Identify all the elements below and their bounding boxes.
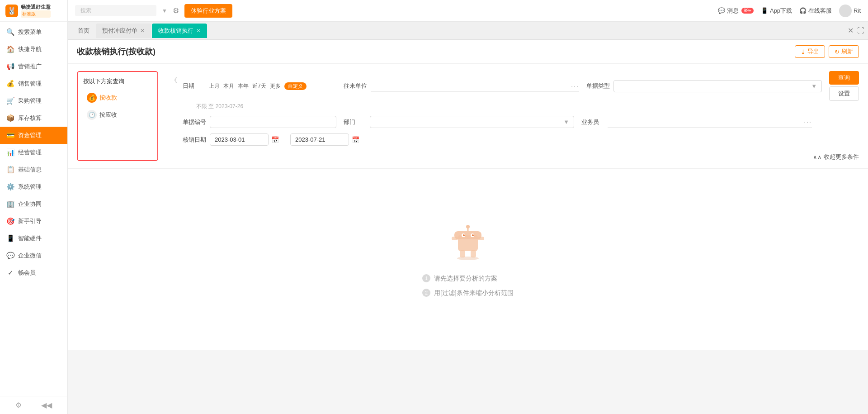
verify-date-to-input[interactable] bbox=[290, 133, 349, 146]
sidebar-item-purchase[interactable]: 🛒 采购管理 bbox=[0, 92, 67, 109]
filter-option-by-collection-label: 按收款 bbox=[99, 94, 117, 102]
filter-sidebar: 按以下方案查询 💰 按收款 🕐 按应收 bbox=[77, 71, 158, 161]
sidebar-item-label: 企业协同 bbox=[18, 200, 42, 208]
collapse-filter-icon[interactable]: 《 bbox=[169, 75, 179, 86]
svg-point-5 bbox=[472, 234, 474, 236]
salesperson-field: 业务员 ··· bbox=[581, 116, 812, 128]
verify-date-from-input[interactable] bbox=[210, 133, 269, 146]
app-download-label: App下载 bbox=[770, 7, 792, 15]
verify-date-separator: — bbox=[282, 136, 288, 143]
app-icon: 📱 bbox=[761, 7, 768, 14]
department-dropdown-icon[interactable]: ▼ bbox=[563, 119, 569, 125]
filter-form: 日期 上月 本月 本年 近7天 更多 自定义 往来单位 bbox=[183, 71, 859, 161]
refresh-icon: ↻ bbox=[835, 48, 840, 55]
card-icon: 💳 bbox=[6, 131, 14, 139]
sidebar: 🐰 畅捷通好生意 标准版 🔍 搜索菜单 🏠 快捷导航 📢 营销推广 💰 销售管理… bbox=[0, 0, 68, 414]
user-name: Rit bbox=[854, 7, 861, 14]
tab-collection-close-icon[interactable]: ✕ bbox=[196, 28, 201, 34]
sales-icon: 💰 bbox=[6, 80, 14, 88]
tab-prepay[interactable]: 预付冲应付单 ✕ bbox=[96, 24, 151, 38]
notification-item[interactable]: 💬 消息 99+ bbox=[718, 7, 754, 15]
date-shortcut-this-year[interactable]: 本年 bbox=[238, 82, 249, 90]
content-area: 1 请先选择要分析的方案 2 用[过滤]条件来缩小分析范围 bbox=[68, 169, 868, 350]
tab-prepay-close-icon[interactable]: ✕ bbox=[140, 28, 145, 34]
tab-home[interactable]: 首页 bbox=[71, 24, 96, 38]
box-icon: 📦 bbox=[6, 114, 14, 122]
headset-icon: 🎧 bbox=[799, 7, 807, 14]
export-button[interactable]: ⤓ 导出 bbox=[795, 45, 825, 58]
settings-button[interactable]: 设置 bbox=[829, 86, 859, 101]
refresh-button[interactable]: ↻ 刷新 bbox=[829, 45, 859, 58]
logo-icon: 🐰 bbox=[5, 5, 18, 17]
sidebar-item-enterprise[interactable]: 🏢 企业协同 bbox=[0, 195, 67, 213]
voucher-type-field: 单据类型 ▼ bbox=[586, 80, 822, 92]
collection-icon: 💰 bbox=[87, 93, 97, 103]
query-button[interactable]: 查询 bbox=[829, 71, 859, 85]
sidebar-item-basic-info[interactable]: 📋 基础信息 bbox=[0, 161, 67, 178]
sidebar-item-marketing[interactable]: 📢 营销推广 bbox=[0, 58, 67, 75]
date-shortcut-7days[interactable]: 近7天 bbox=[252, 82, 266, 90]
clipboard-icon: 📋 bbox=[6, 166, 14, 174]
empty-illustration bbox=[445, 218, 491, 263]
sidebar-item-finance[interactable]: 💳 资金管理 bbox=[0, 127, 67, 144]
gear-settings-icon[interactable]: ⚙ bbox=[173, 6, 179, 15]
page-content: 收款核销执行(按收款) ⤓ 导出 ↻ 刷新 按以下方案查询 💰 按收款 bbox=[68, 40, 868, 414]
online-service-item[interactable]: 🎧 在线客服 bbox=[799, 7, 832, 15]
salesperson-more-icon[interactable]: ··· bbox=[804, 118, 812, 125]
export-icon: ⤓ bbox=[801, 48, 806, 55]
empty-number-2: 2 bbox=[422, 289, 430, 297]
sidebar-item-guide[interactable]: 🎯 新手引导 bbox=[0, 213, 67, 230]
verify-date-field: 核销日期 📅 — 📅 bbox=[183, 133, 859, 146]
sidebar-item-label: 快捷导航 bbox=[18, 45, 42, 53]
counterpart-more-icon[interactable]: ··· bbox=[571, 82, 579, 90]
verify-date-group: 📅 — 📅 bbox=[210, 133, 359, 146]
svg-rect-1 bbox=[454, 231, 481, 239]
online-service-label: 在线客服 bbox=[808, 7, 832, 15]
filter-panel: 按以下方案查询 💰 按收款 🕐 按应收 《 日期 bbox=[68, 64, 868, 169]
sidebar-item-search[interactable]: 🔍 搜索菜单 bbox=[0, 24, 67, 41]
sidebar-bottom: ⚙ ◀◀ bbox=[0, 396, 67, 414]
filter-option-by-receivable-label: 按应收 bbox=[99, 111, 117, 119]
sidebar-item-wechat[interactable]: 💬 企业微信 bbox=[0, 247, 67, 264]
svg-rect-10 bbox=[460, 250, 465, 257]
notification-badge: 99+ bbox=[741, 8, 754, 14]
app-download-item[interactable]: 📱 App下载 bbox=[761, 7, 792, 15]
sidebar-item-inventory[interactable]: 📦 库存核算 bbox=[0, 109, 67, 127]
tab-expand-icon[interactable]: ⛶ bbox=[857, 27, 864, 35]
user-info[interactable]: Rit bbox=[839, 5, 861, 17]
svg-point-4 bbox=[463, 234, 465, 236]
voucher-type-dropdown-icon[interactable]: ▼ bbox=[811, 83, 817, 90]
date-shortcut-more[interactable]: 更多 bbox=[270, 82, 281, 90]
tab-bar: 首页 预付冲应付单 ✕ 收款核销执行 ✕ ✕ ⛶ bbox=[68, 22, 868, 40]
svg-rect-11 bbox=[471, 250, 476, 257]
sidebar-item-system[interactable]: ⚙️ 系统管理 bbox=[0, 178, 67, 195]
sidebar-item-quick-nav[interactable]: 🏠 快捷导航 bbox=[0, 41, 67, 58]
voucher-no-input[interactable] bbox=[210, 116, 336, 128]
collapse-sidebar-icon[interactable]: ◀◀ bbox=[41, 401, 52, 409]
search-icon: 🔍 bbox=[6, 28, 14, 36]
filter-option-by-receivable[interactable]: 🕐 按应收 bbox=[83, 107, 152, 123]
sidebar-item-hardware[interactable]: 📱 智能硬件 bbox=[0, 230, 67, 247]
sidebar-item-sales[interactable]: 💰 销售管理 bbox=[0, 75, 67, 92]
filter-option-by-collection[interactable]: 💰 按收款 bbox=[83, 90, 152, 105]
date-shortcut-last-month[interactable]: 上月 bbox=[209, 82, 220, 90]
notification-icon: 💬 bbox=[718, 7, 725, 14]
tab-collection[interactable]: 收款核销执行 ✕ bbox=[152, 24, 207, 38]
counterpart-label: 往来单位 bbox=[344, 82, 367, 90]
search-bar[interactable]: 搜索 bbox=[75, 5, 156, 16]
verify-date-from-calendar-icon[interactable]: 📅 bbox=[271, 136, 279, 143]
collapse-more-button[interactable]: ∧∧ 收起更多条件 bbox=[183, 153, 859, 161]
date-shortcut-this-month[interactable]: 本月 bbox=[223, 82, 234, 90]
sidebar-item-member[interactable]: ✓ 畅会员 bbox=[0, 264, 67, 281]
empty-hint-2: 2 用[过滤]条件来缩小分析范围 bbox=[422, 286, 514, 299]
verify-date-to-calendar-icon[interactable]: 📅 bbox=[352, 136, 359, 143]
tab-prepay-label: 预付冲应付单 bbox=[102, 27, 137, 35]
settings-bottom-icon[interactable]: ⚙ bbox=[15, 401, 22, 409]
gear-icon: ⚙️ bbox=[6, 183, 14, 191]
tab-collection-label: 收款核销执行 bbox=[158, 27, 193, 35]
tab-close-all-icon[interactable]: ✕ bbox=[848, 26, 854, 35]
date-custom-badge[interactable]: 自定义 bbox=[284, 82, 307, 90]
industry-solution-button[interactable]: 休验行业方案 bbox=[184, 4, 232, 18]
sidebar-item-operations[interactable]: 📊 经营管理 bbox=[0, 144, 67, 161]
empty-text: 1 请先选择要分析的方案 2 用[过滤]条件来缩小分析范围 bbox=[422, 272, 514, 301]
